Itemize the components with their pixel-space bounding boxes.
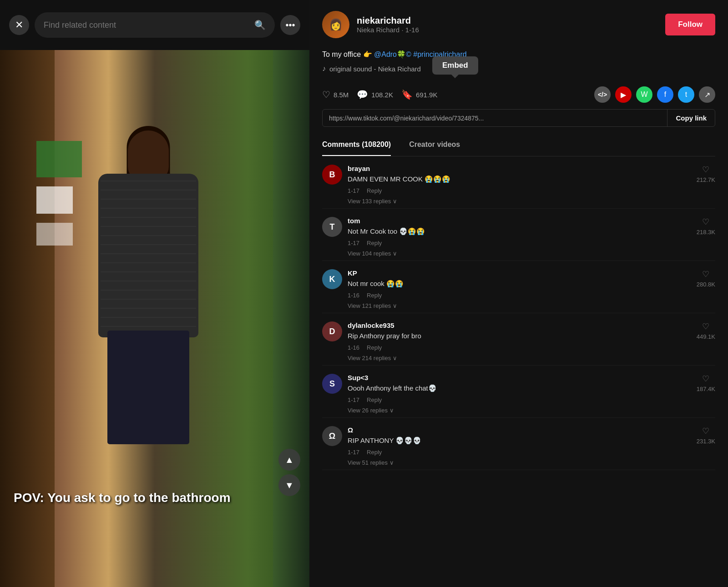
share-red-button[interactable]: ▶ bbox=[615, 86, 632, 103]
view-replies-button[interactable]: View 51 replies ∨ bbox=[348, 459, 394, 466]
view-replies-button[interactable]: View 26 replies ∨ bbox=[348, 407, 394, 414]
comment-heart-icon[interactable]: ♡ bbox=[702, 374, 709, 384]
comment-heart-icon[interactable]: ♡ bbox=[702, 217, 709, 227]
comment-item: K KP Not mr cook 😭😭 1-16 Reply ♡ 280.8K … bbox=[322, 261, 715, 313]
embed-button[interactable]: </> bbox=[594, 86, 611, 103]
twitter-icon: t bbox=[685, 90, 687, 99]
comment-username: Sup<3 bbox=[348, 374, 691, 381]
whatsapp-button[interactable]: W bbox=[636, 86, 652, 103]
comment-reply-button[interactable]: Reply bbox=[367, 187, 382, 194]
follow-button[interactable]: Follow bbox=[665, 14, 715, 35]
creator-name-date: Nieka Richard · 1-16 bbox=[357, 26, 658, 34]
comment-date: 1-17 bbox=[348, 240, 359, 246]
comment-body: KP Not mr cook 😭😭 1-16 Reply bbox=[348, 269, 691, 299]
comment-like: ♡ 187.4K bbox=[697, 374, 715, 392]
whatsapp-icon: W bbox=[641, 90, 647, 99]
comment-heart-icon[interactable]: ♡ bbox=[702, 165, 709, 175]
comment-item: B brayan DAMN EVEN MR COOK 😭😭😭 1-17 Repl… bbox=[322, 156, 715, 209]
heart-action-icon[interactable]: ♡ bbox=[322, 89, 330, 100]
view-replies-button[interactable]: View 121 replies ∨ bbox=[348, 302, 397, 309]
video-caption-text: POV: You ask to go to the bathroom bbox=[14, 491, 296, 505]
comment-date: 1-17 bbox=[348, 396, 359, 403]
facebook-button[interactable]: f bbox=[657, 86, 673, 103]
embed-tooltip[interactable]: Embed bbox=[432, 56, 478, 75]
close-button[interactable]: ✕ bbox=[9, 15, 29, 35]
comment-date: 1-16 bbox=[348, 344, 359, 351]
wall-notices bbox=[36, 141, 82, 246]
comment-avatar: T bbox=[322, 217, 342, 237]
bookmarks-count: 691.9K bbox=[416, 91, 438, 99]
copy-link-button[interactable]: Copy link bbox=[667, 110, 715, 126]
comment-reply-button[interactable]: Reply bbox=[367, 449, 382, 456]
comment-username: KP bbox=[348, 269, 691, 277]
tab-comments[interactable]: Comments (108200) bbox=[322, 134, 391, 156]
forward-button[interactable]: ↗ bbox=[699, 86, 715, 103]
comment-username: Ω bbox=[348, 426, 691, 434]
twitter-button[interactable]: t bbox=[678, 86, 694, 103]
comment-reply-button[interactable]: Reply bbox=[367, 240, 382, 246]
comment-meta: 1-17 Reply bbox=[348, 240, 691, 246]
comment-header: D dylanlocke935 Rip Anthony pray for bro… bbox=[322, 321, 715, 351]
comment-text: Not Mr Cook too 💀😭😭 bbox=[348, 226, 691, 236]
forward-icon: ↗ bbox=[704, 90, 710, 99]
comment-avatar: K bbox=[322, 269, 342, 289]
comment-likes-count: 280.8K bbox=[697, 281, 715, 288]
view-replies-button[interactable]: View 104 replies ∨ bbox=[348, 250, 397, 257]
comment-likes-count: 218.3K bbox=[697, 229, 715, 236]
sound-info: ♪ original sound - Nieka Richard bbox=[309, 63, 728, 80]
comment-action-icon[interactable]: 💬 bbox=[357, 89, 368, 100]
comment-body: tom Not Mr Cook too 💀😭😭 1-17 Reply bbox=[348, 217, 691, 246]
comment-likes-count: 187.4K bbox=[697, 386, 715, 392]
view-replies-button[interactable]: View 133 replies ∨ bbox=[348, 198, 397, 205]
comment-like: ♡ 218.3K bbox=[697, 217, 715, 236]
up-arrow-icon: ▲ bbox=[285, 455, 294, 465]
nav-up-button[interactable]: ▲ bbox=[278, 449, 300, 471]
comment-reply-button[interactable]: Reply bbox=[367, 292, 382, 299]
search-button[interactable]: 🔍 bbox=[254, 20, 266, 30]
sound-text[interactable]: original sound - Nieka Richard bbox=[329, 65, 421, 73]
comment-heart-icon[interactable]: ♡ bbox=[702, 426, 709, 436]
person-pants bbox=[107, 331, 189, 444]
door-right bbox=[273, 50, 309, 587]
avatar-image: 👩 bbox=[329, 18, 343, 31]
comment-heart-icon[interactable]: ♡ bbox=[702, 269, 709, 279]
creator-info: niekarichard Nieka Richard · 1-16 bbox=[357, 15, 658, 34]
chevron-down-icon: ∨ bbox=[393, 198, 397, 205]
bookmarks-action: 🔖 691.9K bbox=[401, 89, 438, 100]
comment-reply-button[interactable]: Reply bbox=[367, 396, 382, 403]
comment-date: 1-17 bbox=[348, 449, 359, 456]
comment-username: brayan bbox=[348, 165, 691, 172]
video-container[interactable]: POV: You ask to go to the bathroom ▲ ▼ bbox=[0, 50, 309, 587]
comment-avatar: S bbox=[322, 374, 342, 394]
comment-heart-icon[interactable]: ♡ bbox=[702, 321, 709, 331]
comment-text: RIP ANTHONY 💀💀💀 bbox=[348, 436, 691, 445]
comment-body: dylanlocke935 Rip Anthony pray for bro 1… bbox=[348, 321, 691, 351]
comment-reply-button[interactable]: Reply bbox=[367, 344, 382, 351]
nav-arrows: ▲ ▼ bbox=[278, 449, 300, 496]
view-replies-button[interactable]: View 214 replies ∨ bbox=[348, 355, 397, 361]
comment-date: 1-17 bbox=[348, 187, 359, 194]
comment-like: ♡ 231.3K bbox=[697, 426, 715, 445]
comment-likes-count: 212.7K bbox=[697, 176, 715, 183]
likes-action: ♡ 8.5M bbox=[322, 89, 349, 100]
comment-avatar: Ω bbox=[322, 426, 342, 446]
search-icon: 🔍 bbox=[254, 20, 266, 30]
comment-like: ♡ 212.7K bbox=[697, 165, 715, 183]
panda-icon: ▶ bbox=[621, 90, 626, 99]
creator-username[interactable]: niekarichard bbox=[357, 15, 658, 26]
comment-item: D dylanlocke935 Rip Anthony pray for bro… bbox=[322, 313, 715, 366]
tabs-row: Comments (108200) Creator videos bbox=[322, 134, 715, 156]
comment-username: dylanlocke935 bbox=[348, 321, 691, 329]
comment-header: S Sup<3 Oooh Anthony left the chat💀 1-17… bbox=[322, 374, 715, 403]
comment-text: Rip Anthony pray for bro bbox=[348, 331, 691, 341]
tab-creator-videos[interactable]: Creator videos bbox=[409, 134, 460, 156]
search-bar-container: 🔍 bbox=[35, 12, 275, 38]
search-input[interactable] bbox=[44, 20, 250, 30]
bookmark-action-icon[interactable]: 🔖 bbox=[401, 89, 413, 100]
nav-down-button[interactable]: ▼ bbox=[278, 474, 300, 496]
creator-separator: · bbox=[401, 26, 405, 34]
more-options-button[interactable]: ••• bbox=[280, 15, 300, 35]
comments-action: 💬 108.2K bbox=[357, 89, 393, 100]
notice-white2 bbox=[36, 223, 73, 246]
caption-mention-adro[interactable]: @Adro🍀© bbox=[374, 50, 411, 58]
